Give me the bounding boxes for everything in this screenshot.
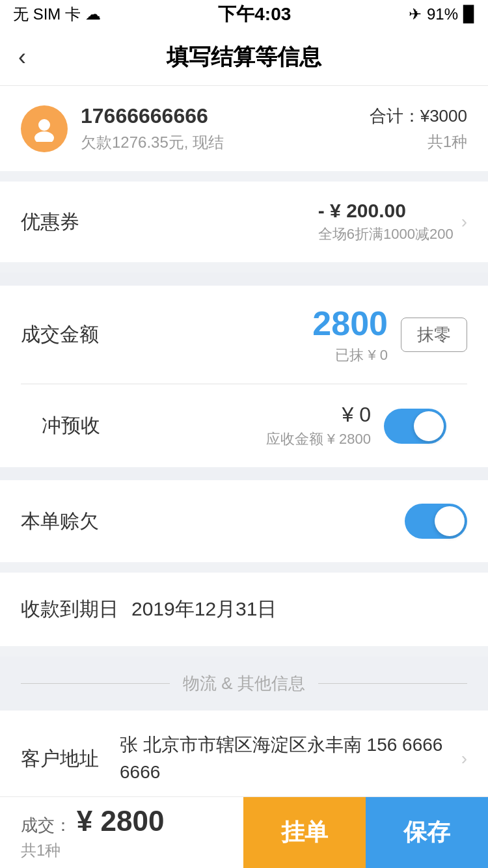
bottom-deal-row: 成交： ¥ 2800	[21, 805, 223, 837]
divider-line-left	[21, 683, 170, 684]
address-row[interactable]: 客户地址 张 北京市市辖区海淀区永丰南 156 6666 6666 ›	[0, 711, 488, 807]
svg-point-1	[34, 131, 54, 142]
due-date-label: 收款到期日	[21, 596, 118, 623]
save-button[interactable]: 保存	[366, 797, 488, 869]
due-date-value: 2019年12月31日	[131, 596, 277, 623]
debt-row: 本单赊欠	[0, 480, 488, 562]
debt-toggle[interactable]	[405, 504, 467, 539]
deal-amount-sub: 已抹 ¥ 0	[312, 346, 388, 365]
address-arrow-icon: ›	[461, 748, 467, 769]
sim-status: 无 SIM 卡 ☁	[13, 4, 101, 25]
customer-total-label: 合计：¥3000	[370, 105, 467, 128]
customer-phone: 17666666666	[81, 104, 224, 128]
coupon-row[interactable]: 优惠券 - ¥ 200.00 全场6折满1000减200 ›	[0, 182, 488, 262]
address-label: 客户地址	[21, 746, 99, 772]
logistics-divider: 物流 & 其他信息	[0, 657, 488, 711]
section-divider-1	[0, 273, 488, 286]
debt-label: 本单赊欠	[21, 508, 99, 535]
battery-status: 91%	[427, 5, 458, 23]
status-bar: 无 SIM 卡 ☁ 下午4:03 ✈ 91% ▉	[0, 0, 488, 29]
bottom-deal-label: 成交：	[21, 815, 72, 835]
customer-left: 17666666666 欠款1276.35元, 现结	[21, 104, 224, 153]
pre-collect-right: ¥ 0 应收金额 ¥ 2800	[266, 403, 446, 449]
location-icon: ✈	[409, 5, 422, 23]
coupon-right: - ¥ 200.00 全场6折满1000减200 ›	[318, 200, 467, 244]
customer-total: 合计：¥3000 共1种	[370, 105, 467, 152]
customer-sub-text: 欠款1276.35元, 现结	[81, 132, 224, 153]
bottom-bar: 成交： ¥ 2800 共1种 挂单 保存	[0, 796, 488, 868]
toggle-knob	[414, 411, 444, 441]
coupon-desc: 全场6折满1000减200	[318, 224, 454, 244]
bottom-count: 共1种	[21, 840, 223, 861]
status-right: ✈ 91% ▉	[409, 5, 475, 23]
customer-count: 共1种	[370, 131, 467, 152]
due-date-row: 收款到期日 2019年12月31日	[0, 573, 488, 646]
round-zero-button[interactable]: 抹零	[401, 318, 467, 352]
bottom-deal-amount: ¥ 2800	[77, 805, 165, 837]
battery-icon: ▉	[463, 5, 475, 23]
deal-amount-right: 2800 已抹 ¥ 0 抹零	[312, 304, 467, 365]
pre-collect-row: 冲预收 ¥ 0 应收金额 ¥ 2800	[21, 384, 467, 467]
customer-info-card: 17666666666 欠款1276.35元, 现结 合计：¥3000 共1种	[0, 86, 488, 171]
back-button[interactable]: ‹	[18, 44, 26, 71]
svg-point-0	[38, 119, 50, 131]
coupon-arrow-icon: ›	[461, 211, 467, 232]
coupon-label: 优惠券	[21, 209, 79, 236]
pre-collect-value: ¥ 0	[266, 403, 371, 427]
pre-collect-toggle[interactable]	[384, 409, 446, 444]
deal-amount-value: 2800	[312, 304, 388, 343]
nav-bar: ‹ 填写结算等信息	[0, 29, 488, 86]
pre-collect-label: 冲预收	[42, 413, 100, 439]
page-title: 填写结算等信息	[167, 42, 321, 72]
divider-line-right	[318, 683, 467, 684]
logistics-label: 物流 & 其他信息	[183, 672, 305, 695]
debt-toggle-knob	[435, 506, 465, 536]
section-divider-2	[0, 467, 488, 480]
avatar	[21, 105, 68, 152]
deal-amount-row: 成交金额 2800 已抹 ¥ 0 抹零	[21, 286, 467, 384]
bottom-info: 成交： ¥ 2800 共1种	[0, 805, 243, 861]
status-left: 无 SIM 卡 ☁	[13, 4, 101, 25]
pre-collect-sub: 应收金额 ¥ 2800	[266, 429, 371, 449]
deal-amount-section: 成交金额 2800 已抹 ¥ 0 抹零 冲预收 ¥ 0 应收金额 ¥ 2800	[0, 286, 488, 467]
address-value: 张 北京市市辖区海淀区永丰南 156 6666 6666	[120, 731, 454, 786]
hang-order-button[interactable]: 挂单	[243, 797, 366, 869]
coupon-discount: - ¥ 200.00	[318, 200, 454, 222]
status-time: 下午4:03	[218, 2, 291, 27]
pre-collect-amount: ¥ 0 应收金额 ¥ 2800	[266, 403, 371, 449]
customer-details: 17666666666 欠款1276.35元, 现结	[81, 104, 224, 153]
content-area: 17666666666 欠款1276.35元, 现结 合计：¥3000 共1种 …	[0, 86, 488, 868]
deal-amount-label: 成交金额	[21, 321, 99, 348]
